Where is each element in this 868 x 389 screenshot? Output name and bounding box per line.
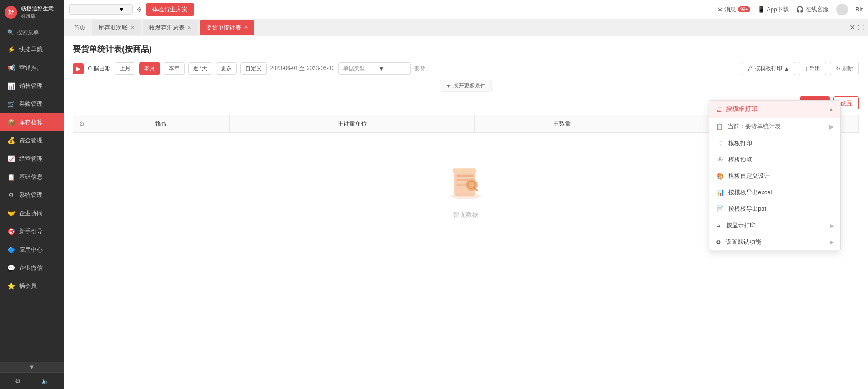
sidebar-item-apps[interactable]: 🔷 应用中心 [0, 241, 64, 259]
expand-more-btn[interactable]: ▼ 展开更多条件 [440, 80, 492, 92]
svg-rect-8 [453, 168, 476, 173]
col-quantity: 主数量 [475, 115, 649, 133]
user-avatar[interactable] [836, 4, 848, 15]
messages-item[interactable]: ✉ 消息 99+ [718, 5, 750, 14]
dropdown-up-arrow[interactable]: ▲ [828, 106, 834, 113]
tab-inventory-batch[interactable]: 库存批次账 ✕ [92, 20, 141, 35]
tab-maximize-icon[interactable]: ⛶ [858, 24, 864, 31]
expand-label: 展开更多条件 [453, 82, 486, 90]
print-template-label: 按模板打印 [755, 65, 782, 72]
sidebar-item-basic[interactable]: 📋 基础信息 [0, 168, 64, 186]
sidebar-item-wechat[interactable]: 💬 企业微信 [0, 259, 64, 277]
system-icon: ⚙ [6, 192, 15, 199]
messages-badge: 99+ [738, 6, 750, 12]
dropdown-set-default[interactable]: ⚙ 设置默认功能 ▶ [709, 234, 840, 250]
filter-doc-type[interactable]: 单据类型 ▼ [338, 62, 411, 75]
export-label: 导出 [809, 65, 820, 72]
member-icon: ⭐ [6, 283, 15, 290]
set-default-arrow: ▶ [830, 239, 834, 245]
sidebar-item-label: 快捷导航 [19, 45, 43, 54]
filter-order-type-label: 要货 [414, 65, 425, 72]
sidebar-item-finance[interactable]: 💰 资金管理 [0, 131, 64, 150]
template-preview-icon: 👁 [716, 156, 724, 163]
sidebar-item-quick-nav[interactable]: ⚡ 快捷导航 [0, 40, 64, 59]
sidebar-item-member[interactable]: ⭐ 畅会员 [0, 277, 64, 295]
dropdown-current-item[interactable]: 📋 当前：要货单统计表 ▶ [709, 118, 840, 135]
dropdown-template-preview[interactable]: 👁 模板预览 [709, 152, 840, 168]
sidebar-item-guide[interactable]: 🎯 新手引导 [0, 222, 64, 241]
trial-btn[interactable]: 体验行业方案 [146, 3, 194, 16]
export-excel-label: 按模板导出excel [728, 188, 772, 197]
print-icon: 🖨 [748, 66, 753, 72]
topbar-search-box[interactable]: ▼ [69, 4, 133, 15]
filter-doc-type-arrow: ▼ [379, 66, 384, 72]
display-print-arrow: ▶ [830, 223, 834, 229]
refresh-btn[interactable]: ↻ 刷新 [830, 62, 859, 75]
topbar-search-input[interactable] [73, 6, 119, 13]
settings-footer-icon[interactable]: ⚙ [15, 377, 21, 384]
filter-toggle-btn[interactable]: ▶ [73, 63, 84, 74]
tab-order-stat-close[interactable]: ✕ [244, 25, 248, 30]
sidebar-item-purchase[interactable]: 🛒 采购管理 [0, 95, 64, 113]
filter-date-custom[interactable]: 自定义 [240, 62, 267, 75]
enterprise-icon: 🤝 [6, 210, 15, 217]
online-service-item[interactable]: 🎧 在线客服 [796, 5, 829, 14]
dropdown-export-pdf[interactable]: 📄 按模板导出pdf [709, 201, 840, 217]
app-edition: 标准版 [21, 13, 54, 19]
sidebar-item-system[interactable]: ⚙ 系统管理 [0, 186, 64, 204]
sidebar-item-label: 系统管理 [19, 191, 43, 199]
refresh-icon: ↻ [836, 66, 840, 72]
volume-footer-icon[interactable]: 🔈 [41, 377, 49, 384]
online-service-icon: 🎧 [796, 6, 803, 13]
sidebar-item-label: 基础信息 [19, 173, 43, 181]
tab-inventory-batch-close[interactable]: ✕ [130, 25, 135, 30]
search-icon: 🔍 [7, 29, 14, 35]
table-column-settings-icon[interactable]: ⚙ [79, 120, 85, 127]
quick-nav-icon: ⚡ [6, 46, 15, 53]
sidebar-item-label: 新手引导 [19, 227, 43, 236]
sidebar-item-label: 资金管理 [19, 136, 43, 145]
sidebar-scroll-down[interactable]: ▼ [0, 362, 64, 372]
tab-home[interactable]: 首页 [67, 20, 92, 35]
messages-label: 消息 [724, 5, 736, 14]
filter-date-curr-month[interactable]: 本月 [139, 62, 160, 75]
app-download-item[interactable]: 📱 App下载 [758, 5, 789, 14]
dropdown-display-print[interactable]: 🖨 按显示打印 ▶ [709, 217, 840, 234]
filter-doc-type-label: 单据类型 [343, 65, 365, 72]
sidebar-item-sales[interactable]: 📊 销售管理 [0, 77, 64, 95]
dropdown-sub-items: 🖨 按显示打印 ▶ ⚙ 设置默认功能 ▶ [709, 217, 840, 251]
export-btn[interactable]: ↑ 导出 [799, 62, 826, 75]
basic-icon: 📋 [6, 173, 15, 181]
tab-close-all-icon[interactable]: ✕ [849, 23, 855, 32]
topbar-right: ✉ 消息 99+ 📱 App下载 🎧 在线客服 Rit [718, 4, 863, 15]
guide-icon: 🎯 [6, 228, 15, 235]
sidebar-item-marketing[interactable]: 📢 营销推广 [0, 59, 64, 77]
print-template-btn[interactable]: 🖨 按模板打印 ▲ [742, 62, 795, 75]
tab-order-stat[interactable]: 要货单统计表 ✕ [200, 20, 254, 35]
sidebar-item-label: 企业微信 [19, 264, 43, 272]
tabs-bar-right: ✕ ⛶ [849, 23, 864, 32]
template-design-label: 模板自定义设计 [728, 172, 770, 180]
filter-date-prev-month[interactable]: 上月 [115, 62, 135, 75]
tab-summary[interactable]: 收发存汇总表 ✕ [143, 20, 198, 35]
dropdown-export-excel[interactable]: 📊 按模板导出excel [709, 184, 840, 201]
dropdown-template-print[interactable]: 🖨 模板打印 [709, 135, 840, 152]
messages-icon: ✉ [718, 6, 723, 13]
template-preview-label: 模板预览 [728, 156, 752, 164]
sidebar-item-label: 企业协同 [19, 209, 43, 217]
sidebar-item-inventory[interactable]: 📦 库存核算 [0, 113, 64, 131]
dropdown-title: 按模板打印 [726, 105, 758, 113]
online-service-label: 在线客服 [805, 5, 829, 14]
sidebar-item-operation[interactable]: 📈 经营管理 [0, 150, 64, 168]
finance-icon: 💰 [6, 137, 15, 144]
template-design-icon: 🎨 [716, 172, 724, 180]
sidebar-item-enterprise[interactable]: 🤝 企业协同 [0, 204, 64, 222]
tab-summary-close[interactable]: ✕ [187, 25, 191, 30]
sidebar-item-label: 销售管理 [19, 82, 43, 90]
filter-date-curr-year[interactable]: 本年 [164, 62, 185, 75]
filter-date-more[interactable]: 更多 [216, 62, 237, 75]
dropdown-template-design[interactable]: 🎨 模板自定义设计 [709, 168, 840, 184]
filter-date-7days[interactable]: 近7天 [188, 62, 212, 75]
sidebar-search[interactable]: 🔍 搜索菜单 [0, 25, 64, 40]
topbar-gear-icon[interactable]: ⚙ [136, 6, 142, 13]
